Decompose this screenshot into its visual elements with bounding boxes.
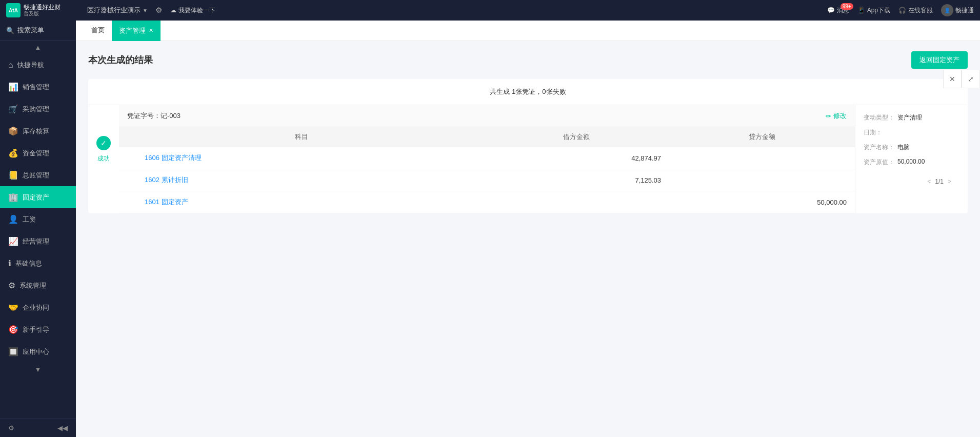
next-page-button[interactable]: >: [948, 178, 951, 185]
content-area: 首页 资产管理 ✕ ✕ ⤢ 本次生成的结果 返回固定资产 共生成 1张凭证，0张…: [76, 21, 980, 437]
header-right: 💬 消息 99+ 📱 App下载 🎧 在线客服 👤 畅捷通: [827, 4, 974, 16]
sales-icon: 📊: [8, 82, 18, 92]
change-type-value: 资产清理: [897, 113, 922, 122]
expand-panel-button[interactable]: ⤢: [962, 70, 980, 88]
col-header-subject: 科目: [119, 127, 484, 147]
asset-name-label: 资产名称：: [864, 143, 894, 152]
payroll-icon: 👤: [8, 214, 18, 224]
logo-sub-text: 普及版: [24, 11, 61, 17]
online-service-button[interactable]: 🎧 在线客服: [898, 6, 933, 15]
voucher-info-panel: 变动类型： 资产清理 日期： 资产名称： 电脑 资产原值：: [855, 105, 968, 213]
sidebar: 🔍 搜索菜单 ▲ ⌂ 快捷导航 📊 销售管理 🛒 采购管理 📦 库存核算 💰 资…: [0, 21, 76, 437]
avatar: 👤: [941, 4, 953, 16]
subject-cell-2: 1602 累计折旧: [119, 169, 484, 191]
sidebar-label-ops: 经营管理: [23, 237, 49, 246]
info-row-asset-value: 资产原值： 50,000.00: [864, 158, 959, 167]
sidebar-item-payroll[interactable]: 👤 工资: [0, 208, 76, 230]
app-download-label: App下载: [867, 6, 890, 15]
sidebar-label-basic-info: 基础信息: [15, 259, 42, 268]
tab-close-icon[interactable]: ✕: [149, 27, 153, 34]
result-panel: 共生成 1张凭证，0张失败 ✓ 成功 凭证字号：记-003 ✏ 修改: [88, 79, 968, 213]
online-service-label: 在线客服: [908, 6, 933, 15]
home-icon: ⌂: [8, 61, 13, 70]
sidebar-item-guide[interactable]: 🎯 新手引导: [0, 319, 76, 341]
info-row-change-type: 变动类型： 资产清理: [864, 113, 959, 122]
sidebar-item-purchase[interactable]: 🛒 采购管理: [0, 98, 76, 120]
col-header-debit: 借方金额: [484, 127, 669, 147]
subject-link-2[interactable]: 1602 累计折旧: [145, 176, 188, 184]
top-header: AtA 畅捷通好业财 普及版 医疗器械行业演示 ▼ ⚙ ☁ 我要体验一下 💬 消…: [0, 0, 980, 21]
sidebar-item-finance[interactable]: 💰 资金管理: [0, 142, 76, 164]
chevron-down-icon: ▼: [143, 8, 148, 13]
page-title-row: 本次生成的结果 返回固定资产: [88, 51, 968, 69]
guide-icon: 🎯: [8, 325, 18, 334]
subject-link-1[interactable]: 1606 固定资产清理: [145, 154, 202, 162]
voucher-number: 凭证字号：记-003: [127, 111, 181, 121]
sidebar-item-inventory[interactable]: 📦 库存核算: [0, 120, 76, 142]
col-header-credit: 贷方金额: [669, 127, 855, 147]
sidebar-search[interactable]: 🔍 搜索菜单: [0, 21, 76, 41]
table-row: 1602 累计折旧 7,125.03: [119, 169, 855, 191]
sidebar-scroll-down[interactable]: ▼: [0, 363, 76, 376]
panel-controls: ✕ ⤢: [943, 70, 980, 88]
close-panel-button[interactable]: ✕: [943, 70, 962, 88]
table-row: 1606 固定资产清理 42,874.97: [119, 147, 855, 169]
return-fixed-assets-button[interactable]: 返回固定资产: [911, 51, 968, 69]
experience-button[interactable]: ☁ 我要体验一下: [170, 6, 215, 15]
experience-label: 我要体验一下: [178, 6, 215, 15]
subject-link-3[interactable]: 1601 固定资产: [145, 198, 188, 206]
voucher-table: 科目 借方金额 贷方金额 1606 固定资产清理: [119, 127, 855, 213]
logo-main-text: 畅捷通好业财: [24, 4, 61, 11]
sidebar-footer: ⚙ ◀◀: [0, 419, 76, 437]
pagination-info: 1/1: [935, 178, 944, 185]
ops-icon: 📈: [8, 236, 18, 246]
finance-icon: 💰: [8, 148, 18, 158]
sidebar-item-app-center[interactable]: 🔲 应用中心: [0, 341, 76, 363]
inventory-icon: 📦: [8, 126, 18, 136]
tab-home[interactable]: 首页: [84, 21, 112, 41]
sidebar-label-app-center: 应用中心: [23, 347, 49, 356]
edit-voucher-button[interactable]: ✏ 修改: [826, 111, 847, 121]
sidebar-label-quick-nav: 快捷导航: [17, 61, 44, 70]
tab-asset-mgmt[interactable]: 资产管理 ✕: [112, 21, 161, 41]
prev-page-button[interactable]: <: [927, 178, 931, 185]
sidebar-item-sales[interactable]: 📊 销售管理: [0, 76, 76, 98]
sidebar-label-ledger: 总账管理: [23, 171, 49, 180]
sidebar-item-fixed-assets[interactable]: 🏢 固定资产: [0, 186, 76, 208]
pagination-row: < 1/1 >: [864, 173, 959, 190]
sidebar-label-purchase: 采购管理: [23, 105, 49, 114]
ledger-icon: 📒: [8, 170, 18, 180]
sidebar-item-ops[interactable]: 📈 经营管理: [0, 230, 76, 252]
sidebar-collapse-icon[interactable]: ◀◀: [57, 424, 68, 432]
sidebar-label-sys-mgmt: 系统管理: [19, 281, 46, 290]
voucher-main: 凭证字号：记-003 ✏ 修改 科目 借方金额 贷: [119, 105, 855, 213]
credit-cell-1: [669, 147, 855, 169]
sidebar-item-basic-info[interactable]: ℹ 基础信息: [0, 252, 76, 274]
search-icon: 🔍: [6, 27, 14, 34]
messages-button[interactable]: 💬 消息 99+: [827, 6, 849, 15]
sidebar-scroll-up[interactable]: ▲: [0, 41, 76, 54]
sidebar-item-sys-mgmt[interactable]: ⚙ 系统管理: [0, 274, 76, 296]
sys-mgmt-icon: ⚙: [8, 281, 15, 290]
fixed-assets-icon: 🏢: [8, 192, 18, 202]
sidebar-item-quick-nav[interactable]: ⌂ 快捷导航: [0, 54, 76, 76]
credit-cell-3: 50,000.00: [669, 191, 855, 213]
credit-cell-2: [669, 169, 855, 191]
sidebar-label-corp-collab: 企业协同: [23, 303, 49, 312]
company-settings-button[interactable]: ⚙: [152, 3, 166, 17]
asset-name-value: 电脑: [897, 143, 910, 152]
company-selector[interactable]: 医疗器械行业演示 ▼: [87, 6, 148, 15]
sidebar-item-corp-collab[interactable]: 🤝 企业协同: [0, 296, 76, 319]
app-download-button[interactable]: 📱 App下载: [857, 6, 890, 15]
info-row-date: 日期：: [864, 128, 959, 137]
info-row-asset-name: 资产名称： 电脑: [864, 143, 959, 152]
debit-cell-1: 42,874.97: [484, 147, 669, 169]
result-summary: 共生成 1张凭证，0张失败: [88, 79, 968, 105]
sidebar-item-ledger[interactable]: 📒 总账管理: [0, 164, 76, 186]
corp-collab-icon: 🤝: [8, 303, 18, 312]
tab-asset-mgmt-label: 资产管理: [119, 26, 146, 35]
sidebar-settings-icon[interactable]: ⚙: [8, 424, 14, 432]
user-profile-button[interactable]: 👤 畅捷通: [941, 4, 974, 16]
sidebar-label-inventory: 库存核算: [23, 127, 49, 136]
asset-value-value: 50,000.00: [897, 158, 925, 167]
